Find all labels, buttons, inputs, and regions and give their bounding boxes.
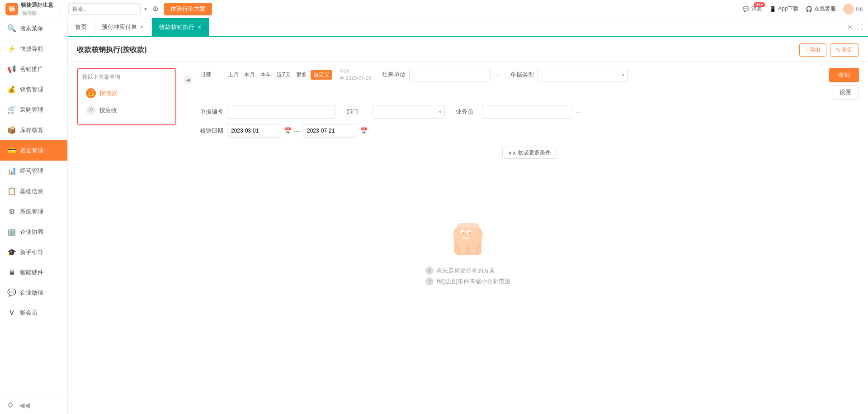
department-label: 部门 [346, 108, 369, 116]
counterparty-more-icon[interactable]: ··· [494, 71, 500, 78]
sidebar-item-quick-nav[interactable]: ⚡ 快捷导航 [0, 38, 67, 59]
settings-button[interactable]: 设置 [832, 85, 859, 100]
guide-icon: 🎓 [7, 248, 16, 257]
tab-close-all-icon[interactable]: ✕ [847, 24, 853, 31]
filter-row-3: 核销日期 📅 — 📅 [200, 124, 859, 138]
filter-doc-number-field: 单据编号 [200, 105, 335, 119]
settings-gear-icon[interactable]: ⚙ [152, 5, 159, 13]
date-label: 日期 [200, 71, 222, 79]
user-avatar[interactable]: Rit [843, 4, 863, 14]
collapse-panel-btn[interactable]: ◀ [184, 68, 193, 162]
sidebar-item-hardware[interactable]: 🖥 智能硬件 [0, 262, 67, 282]
page-content: 收款核销执行(按收款) ↑ 导出 ↻ 刷新 [68, 37, 868, 414]
writeoff-to-input[interactable] [303, 124, 357, 138]
sidebar-item-basic[interactable]: 📋 基础信息 [0, 181, 67, 201]
sidebar-item-purchase[interactable]: 🛒 采购管理 [0, 100, 67, 120]
sidebar-item-sales[interactable]: 💰 销售管理 [0, 79, 67, 100]
sidebar: 🔍 搜索菜单 ⚡ 快捷导航 📢 营销推广 💰 销售管理 🛒 采购管理 📦 库存核… [0, 18, 68, 414]
department-select[interactable] [373, 105, 445, 119]
hint-num-1: 1 [425, 266, 434, 275]
filter-option-by-receipt[interactable]: 💰 按收款 [82, 86, 171, 101]
filter-writeoff-date-field: 核销日期 📅 — 📅 [200, 124, 368, 138]
sidebar-item-finance[interactable]: 💳 资金管理 [0, 140, 67, 161]
refresh-button[interactable]: ↻ 刷新 [830, 43, 859, 57]
gear-bottom-icon[interactable]: ⚙ [7, 401, 14, 409]
marketing-icon: 📢 [7, 65, 16, 73]
tab-expand-icon[interactable]: ⛶ [856, 24, 863, 31]
export-icon: ↑ [805, 47, 808, 53]
sales-icon: 💰 [7, 85, 16, 94]
doc-type-select-wrap: ▾ [538, 68, 628, 81]
svg-rect-8 [460, 245, 466, 254]
online-service-button[interactable]: 🎧 在线客服 [806, 5, 836, 13]
top-search-input[interactable] [68, 3, 141, 15]
this-month-btn[interactable]: 本月 [242, 70, 257, 80]
export-button[interactable]: ↑ 导出 [799, 43, 826, 57]
filter-department-field: 部门 ▾ [346, 105, 445, 119]
sidebar-item-search-menu[interactable]: 🔍 搜索菜单 [0, 18, 67, 38]
logo-area: 畅 畅捷通好生意 标准版 [5, 1, 53, 16]
page-header-actions: ↑ 导出 ↻ 刷新 [799, 43, 859, 57]
doc-number-input[interactable] [227, 105, 335, 119]
svg-rect-6 [453, 231, 457, 238]
staff-input[interactable] [482, 105, 572, 119]
industry-solution-button[interactable]: 体验行业方案 [164, 3, 212, 15]
sidebar-item-system[interactable]: ⚙ 系统管理 [0, 201, 67, 222]
counterparty-label: 往来单位 [382, 71, 406, 79]
empty-state: 1 请先选择要分析的方案 2 用[过滤]条件来缩小分析范围 [68, 169, 868, 324]
sidebar-item-inventory[interactable]: 📦 库存核算 [0, 120, 67, 140]
panel-collapse-icon[interactable]: ◀ [184, 75, 193, 84]
home-tab-label: 首页 [75, 23, 87, 31]
tab-writeoff[interactable]: 收款核销执行 ✕ [152, 18, 209, 37]
writeoff-to-calendar-icon[interactable]: 📅 [360, 127, 368, 134]
tab-prepaid-close-icon[interactable]: ✕ [140, 24, 144, 30]
search-dropdown-icon[interactable]: ▾ [144, 6, 147, 12]
empty-hints: 1 请先选择要分析的方案 2 用[过滤]条件来缩小分析范围 [425, 266, 510, 288]
this-year-btn[interactable]: 本年 [259, 70, 273, 80]
date-quick-buttons: 上月 本月 本年 近7天 更多 自定义 [226, 70, 332, 80]
filter-doc-type-field: 单据类型 ▾ [510, 68, 628, 81]
writeoff-from-input[interactable] [227, 124, 281, 138]
writeoff-from-calendar-icon[interactable]: 📅 [284, 127, 292, 134]
sidebar-item-guide[interactable]: 🎓 新手引导 [0, 242, 67, 262]
filter-date-field: 日期 上月 本月 本年 近7天 更多 自定义 [200, 68, 371, 81]
sidebar-item-enterprise[interactable]: 🏢 企业协同 [0, 222, 67, 242]
message-button[interactable]: 💬 消息 99+ [743, 5, 762, 13]
query-button[interactable]: 查询 [829, 68, 859, 82]
more-date-btn[interactable]: 更多 [294, 70, 309, 80]
sidebar-item-marketing[interactable]: 📢 营销推广 [0, 59, 67, 79]
collapse-more-button[interactable]: ∧∧ 收起更多条件 [502, 147, 557, 159]
filter-option-by-receivable[interactable]: ⏱ 按应收 [82, 103, 171, 118]
svg-rect-7 [479, 231, 483, 238]
doc-type-select[interactable] [538, 68, 628, 81]
tab-writeoff-close-icon[interactable]: ✕ [197, 24, 202, 30]
collapse-sidebar-icon[interactable]: ◀◀ [19, 401, 30, 409]
page-inner: 收款核销执行(按收款) ↑ 导出 ↻ 刷新 [68, 37, 868, 414]
writeoff-date-label: 核销日期 [200, 127, 223, 135]
sidebar-item-operation[interactable]: 📊 经营管理 [0, 161, 67, 181]
tab-prepaid[interactable]: 预付冲应付单 ✕ [94, 18, 152, 37]
message-icon: 💬 [743, 6, 750, 12]
refresh-icon: ↻ [836, 47, 840, 53]
operation-icon: 📊 [7, 167, 16, 175]
page-header: 收款核销执行(按收款) ↑ 导出 ↻ 刷新 [68, 37, 868, 62]
sidebar-item-wechat[interactable]: 💬 企业微信 [0, 282, 67, 303]
last-7-days-btn[interactable]: 近7天 [275, 70, 292, 80]
counterparty-input[interactable] [409, 68, 491, 81]
date-limit-hint: 不限 至 2023-07-26 [340, 68, 371, 81]
app-download-button[interactable]: 📱 App下载 [769, 5, 798, 13]
member-icon: V [7, 309, 16, 316]
quick-nav-icon: ⚡ [7, 44, 16, 53]
date-to-text: 至 2023-07-26 [340, 75, 371, 81]
content-area: 首页 预付冲应付单 ✕ 收款核销执行 ✕ ✕ ⛶ 收款核销执行(按收款) [68, 18, 868, 414]
staff-more-icon[interactable]: ··· [576, 108, 581, 115]
last-month-btn[interactable]: 上月 [226, 70, 241, 80]
tab-end-icons: ✕ ⛶ [842, 24, 868, 31]
basic-icon: 📋 [7, 187, 16, 195]
sidebar-item-member[interactable]: V 畅会员 [0, 303, 67, 323]
doc-type-label: 单据类型 [510, 71, 534, 79]
tab-home[interactable]: 首页 [68, 18, 94, 37]
writeoff-date-range: 📅 — 📅 [227, 124, 368, 138]
custom-date-btn[interactable]: 自定义 [311, 70, 332, 80]
sidebar-bottom: ⚙ ◀◀ [0, 396, 67, 414]
